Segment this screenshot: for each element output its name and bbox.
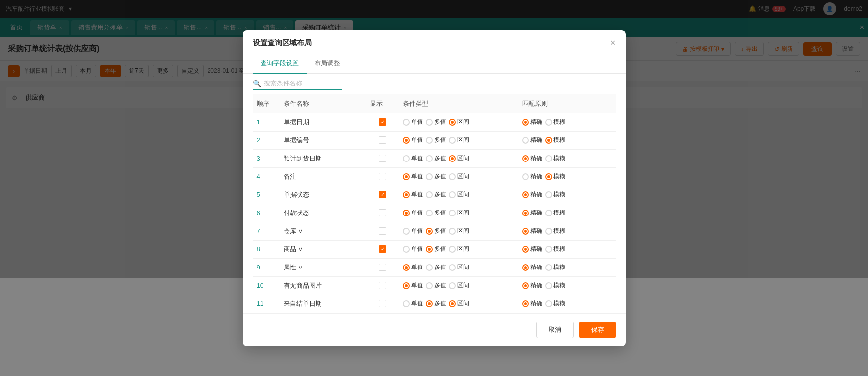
type-range-radio[interactable]: 区间: [449, 209, 469, 217]
show-checkbox[interactable]: [379, 173, 386, 180]
type-multi-radio[interactable]: 多值: [426, 136, 446, 144]
type-single-radio[interactable]: 单值: [403, 172, 423, 181]
show-checkbox[interactable]: [379, 209, 386, 216]
type-single-radio[interactable]: 单值: [403, 154, 423, 162]
search-input[interactable]: [264, 80, 342, 87]
cell-show[interactable]: [366, 204, 398, 222]
type-single-radio[interactable]: 单值: [403, 263, 423, 271]
type-single-radio[interactable]: 单值: [403, 190, 423, 199]
cell-show[interactable]: [366, 276, 398, 295]
cell-type: 单值多值区间: [399, 131, 518, 149]
save-button[interactable]: 保存: [579, 322, 616, 338]
cell-order: 1: [253, 113, 280, 131]
match-exact-radio[interactable]: 精确: [522, 227, 542, 235]
match-fuzzy-radio[interactable]: 模糊: [545, 190, 565, 199]
match-fuzzy-radio[interactable]: 模糊: [545, 209, 565, 217]
show-checkbox[interactable]: [379, 155, 386, 162]
radio-circle: [522, 191, 529, 198]
match-exact-radio[interactable]: 精确: [522, 154, 542, 162]
type-range-radio[interactable]: 区间: [449, 245, 469, 253]
type-range-radio[interactable]: 区间: [449, 263, 469, 271]
type-multi-radio[interactable]: 多值: [426, 281, 446, 290]
match-fuzzy-radio[interactable]: 模糊: [545, 136, 565, 144]
match-exact-radio[interactable]: 精确: [522, 190, 542, 199]
cell-show[interactable]: [366, 258, 398, 276]
match-exact-radio[interactable]: 精确: [522, 263, 542, 271]
cell-match: 精确模糊: [518, 167, 616, 186]
type-multi-radio[interactable]: 多值: [426, 299, 446, 308]
type-multi-radio[interactable]: 多值: [426, 227, 446, 235]
match-exact-radio[interactable]: 精确: [522, 245, 542, 253]
type-multi-radio[interactable]: 多值: [426, 190, 446, 199]
show-checkbox[interactable]: [379, 245, 386, 253]
match-fuzzy-radio[interactable]: 模糊: [545, 154, 565, 162]
match-exact-radio[interactable]: 精确: [522, 136, 542, 144]
type-single-radio[interactable]: 单值: [403, 299, 423, 308]
match-exact-radio[interactable]: 精确: [522, 118, 542, 126]
radio-circle: [449, 282, 456, 289]
cell-show[interactable]: [366, 222, 398, 240]
type-range-radio[interactable]: 区间: [449, 172, 469, 181]
match-fuzzy-radio[interactable]: 模糊: [545, 118, 565, 126]
radio-circle: [522, 137, 529, 144]
type-single-radio[interactable]: 单值: [403, 281, 423, 290]
radio-circle: [403, 282, 410, 289]
radio-label: 单值: [411, 190, 423, 199]
type-multi-radio[interactable]: 多值: [426, 245, 446, 253]
show-checkbox[interactable]: [379, 282, 386, 289]
match-fuzzy-radio[interactable]: 模糊: [545, 172, 565, 181]
type-multi-radio[interactable]: 多值: [426, 263, 446, 271]
type-single-radio[interactable]: 单值: [403, 209, 423, 217]
type-multi-radio[interactable]: 多值: [426, 154, 446, 162]
radio-label: 模糊: [553, 263, 565, 271]
cell-show[interactable]: [366, 295, 398, 313]
cell-show[interactable]: [366, 186, 398, 204]
tab-layout[interactable]: 布局调整: [307, 54, 348, 74]
cell-show[interactable]: [366, 149, 398, 167]
radio-label: 模糊: [553, 136, 565, 144]
type-multi-radio[interactable]: 多值: [426, 172, 446, 181]
type-single-radio[interactable]: 单值: [403, 118, 423, 126]
match-fuzzy-radio[interactable]: 模糊: [545, 263, 565, 271]
cell-show[interactable]: [366, 131, 398, 149]
cell-type: 单值多值区间: [399, 204, 518, 222]
match-fuzzy-radio[interactable]: 模糊: [545, 299, 565, 308]
match-fuzzy-radio[interactable]: 模糊: [545, 281, 565, 290]
cancel-button[interactable]: 取消: [536, 322, 574, 338]
type-multi-radio[interactable]: 多值: [426, 118, 446, 126]
radio-label: 单值: [411, 281, 423, 290]
type-single-radio[interactable]: 单值: [403, 227, 423, 235]
type-range-radio[interactable]: 区间: [449, 190, 469, 199]
cell-order: 4: [253, 167, 280, 186]
cell-show[interactable]: [366, 113, 398, 131]
type-range-radio[interactable]: 区间: [449, 281, 469, 290]
type-range-radio[interactable]: 区间: [449, 227, 469, 235]
show-checkbox[interactable]: [379, 264, 386, 271]
cell-type: 单值多值区间: [399, 167, 518, 186]
dialog-table-wrap: 顺序 条件名称 显示 条件类型 匹配原则 1单据日期单值多值区间精确模糊2单据编…: [243, 94, 626, 313]
type-range-radio[interactable]: 区间: [449, 299, 469, 308]
cell-show[interactable]: [366, 167, 398, 186]
type-range-radio[interactable]: 区间: [449, 118, 469, 126]
type-range-radio[interactable]: 区间: [449, 136, 469, 144]
show-checkbox[interactable]: [379, 136, 386, 144]
radio-label: 区间: [457, 154, 469, 162]
match-fuzzy-radio[interactable]: 模糊: [545, 245, 565, 253]
show-checkbox[interactable]: [379, 227, 386, 235]
match-exact-radio[interactable]: 精确: [522, 281, 542, 290]
show-checkbox[interactable]: [379, 300, 386, 307]
show-checkbox[interactable]: [379, 118, 386, 126]
dialog-close-button[interactable]: ×: [610, 38, 616, 47]
match-exact-radio[interactable]: 精确: [522, 209, 542, 217]
show-checkbox[interactable]: [379, 191, 386, 198]
type-multi-radio[interactable]: 多值: [426, 209, 446, 217]
match-exact-radio[interactable]: 精确: [522, 299, 542, 308]
match-exact-radio[interactable]: 精确: [522, 172, 542, 181]
match-fuzzy-radio[interactable]: 模糊: [545, 227, 565, 235]
tab-query-fields[interactable]: 查询字段设置: [253, 54, 307, 74]
radio-label: 精确: [530, 245, 542, 253]
cell-show[interactable]: [366, 240, 398, 258]
type-single-radio[interactable]: 单值: [403, 136, 423, 144]
type-single-radio[interactable]: 单值: [403, 245, 423, 253]
type-range-radio[interactable]: 区间: [449, 154, 469, 162]
